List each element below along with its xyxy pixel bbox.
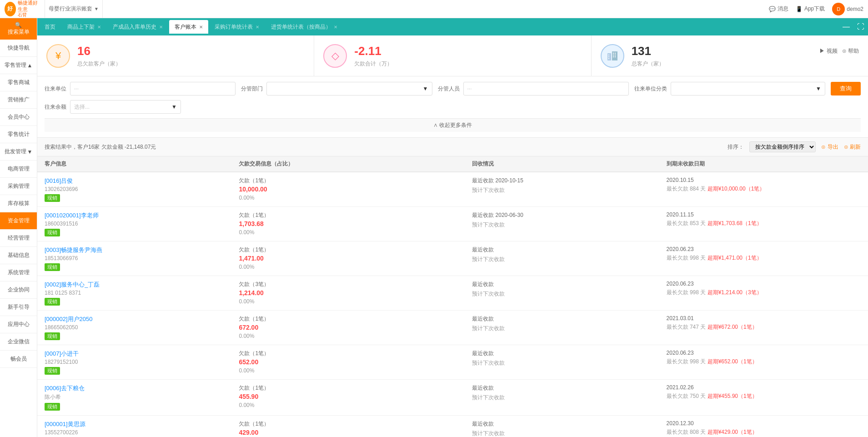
sidebar-item-guide[interactable]: 新手引导 [0,299,37,316]
from-unit-dots: ··· [74,85,79,92]
tab-close-customer-account[interactable]: ✕ [199,25,203,30]
debt-count-c6: 欠款（1笔） [239,350,472,357]
sidebar-item-operations[interactable]: 经营管理 [0,230,37,247]
industry-arrow-icon: ▼ [94,6,99,11]
from-unit-input[interactable]: ··· [70,82,236,95]
balance-select[interactable]: 选择... ▼ [70,100,181,114]
recovery-date-c5: 最近收款 [472,315,666,323]
filter-row-2: 往来余额 选择... ▼ [45,100,181,114]
tab-customer-account[interactable]: 客户账本 ✕ [169,20,208,34]
sort-select[interactable]: 按欠款金额倒序排序 [749,141,816,152]
table-row: [0002]服务中心_丁磊 181 0125 8371 现销 欠款（3笔） 1,… [37,276,868,311]
recovery-c7: 最近收款 预计下次收款 [472,384,666,402]
customer-tag-c5: 现销 [45,332,60,340]
from-unit-label: 往来单位 [45,85,66,93]
customer-phone-c3: 18513066976 [45,255,239,261]
sidebar-item-wechat[interactable]: 企业微信 [0,333,37,351]
svg-rect-4 [608,58,609,59]
search-button[interactable]: 查询 [831,82,861,95]
sidebar-item-enterprise[interactable]: 企业协同 [0,281,37,299]
customer-name-c3[interactable]: [0003]畅捷服务尹海燕 [45,246,239,254]
unit-type-select[interactable]: ▼ [671,82,825,95]
customer-name-c2[interactable]: [0001020001]李老师 [45,211,239,220]
due-date-c4: 2020.06.23 [667,281,861,287]
sidebar-item-retail-store[interactable]: 零售商城 [0,74,37,91]
sidebar-item-inventory[interactable]: 库存核算 [0,195,37,212]
sidebar-item-quick-nav[interactable]: 快捷导航 [0,40,37,57]
sidebar-item-member[interactable]: 会员中心 [0,109,37,126]
results-summary: 搜索结果中，客户16家 欠款金额 -21,148.07元 [45,143,156,151]
stat-debt-amount-label: 欠款合计（万） [354,60,392,68]
sidebar-item-finance[interactable]: 资金管理 [0,212,37,230]
sidebar-item-app-center[interactable]: 应用中心 [0,316,37,333]
overdue-link-c3[interactable]: 超期¥1,471.00（1笔） [707,255,762,261]
help-btn[interactable]: ⊙ 帮助 [842,47,859,55]
customer-name-c7[interactable]: [0006]去下粮仓 [45,384,239,392]
overdue-link-c4[interactable]: 超期¥1,214.00（3笔） [707,289,762,296]
stat-debt-customers: ¥ 16 总欠款客户（家） [37,35,314,76]
collapse-button[interactable]: ∧ 收起更多条件 [45,118,861,132]
tab-close-production-history[interactable]: ✕ [159,25,163,30]
tab-purchase-order[interactable]: 采购订单统计表 ✕ [209,20,265,34]
help-icon: ⊙ [842,48,847,54]
customer-name-c8[interactable]: [000001]黄思源 [45,420,239,428]
sidebar-item-marketing[interactable]: 营销推广 [0,91,37,109]
results-bar-right: 排序： 按欠款金额倒序排序 ⊙ 导出 ⊙ 刷新 [728,141,861,152]
message-btn[interactable]: 💬 消息 [769,5,788,13]
export-button[interactable]: ⊙ 导出 [821,143,838,151]
overdue-link-c2[interactable]: 超期¥1,703.68（1笔） [707,220,762,226]
recovery-next-c5: 预计下次收款 [472,325,666,332]
app-download-btn[interactable]: 📱 App下载 [796,5,825,13]
person-input[interactable]: ··· [463,82,629,95]
sidebar-item-batch-mgmt[interactable]: 批发管理 ▼ [0,143,37,161]
debt-count-c2: 欠款（1笔） [239,211,472,219]
recovery-next-c2: 预计下次收款 [472,221,666,229]
logo-icon: 好 [5,2,16,16]
tab-close-purchase-order[interactable]: ✕ [256,25,259,30]
overdue-link-c5[interactable]: 超期¥672.00（1笔） [707,324,758,330]
tab-stock-stats[interactable]: 进货单统计表（按商品） ✕ [266,20,343,34]
industry-selector[interactable]: 母婴行业演示账套 ▼ [45,0,103,18]
diamond-icon: ◇ [331,50,339,62]
due-c1: 2020.10.15 最长欠款 884 天 超期¥10,000.00（1笔） [667,177,861,193]
tab-product-publish[interactable]: 商品上下架 ✕ [62,20,106,34]
debt-percent-c3: 0.00% [239,264,472,270]
top-bar: 好 畅捷通好生意 石臂 母婴行业演示账套 ▼ 💬 消息 📱 App下载 D de… [0,0,868,18]
stat-help-area: ▶ 视频 ⊙ 帮助 [819,47,859,55]
tab-maximize-btn[interactable]: ⛶ [855,21,866,33]
recovery-date-c8: 最近收款 [472,420,666,428]
dept-select[interactable]: ▼ [266,82,432,95]
refresh-button[interactable]: ⊙ 刷新 [844,143,861,151]
customer-name-c5[interactable]: [000002]用户2050 [45,315,239,323]
due-days-c2: 最长欠款 853 天 超期¥1,703.68（1笔） [667,220,861,227]
overdue-link-c8[interactable]: 超期¥429.00（1笔） [707,429,758,435]
sidebar-item-purchase[interactable]: 采购管理 [0,178,37,195]
svg-rect-6 [615,53,616,54]
sidebar-item-basic-info[interactable]: 基础信息 [0,247,37,264]
sidebar-search[interactable]: 🔍 搜索菜单 [0,18,37,40]
overdue-link-c6[interactable]: 超期¥652.00（1笔） [707,358,758,365]
svg-rect-8 [615,55,616,55]
tab-minimize-btn[interactable]: — [841,21,852,33]
customer-name-c4[interactable]: [0002]服务中心_丁磊 [45,281,239,289]
overdue-link-c7[interactable]: 超期¥455.90（1笔） [707,393,758,399]
recovery-next-c6: 预计下次收款 [472,359,666,367]
svg-rect-2 [608,55,609,55]
sidebar-item-member2[interactable]: 畅会员 [0,351,37,368]
tab-home[interactable]: 首页 [39,20,61,34]
table-row: [000001]黄思源 13552700226 现销 欠款（1笔） 429.00… [37,416,868,437]
table-row: [0003]畅捷服务尹海燕 18513066976 现销 欠款（1笔） 1,47… [37,241,868,276]
tab-close-stock-stats[interactable]: ✕ [334,25,337,30]
sidebar-item-retail-mgmt[interactable]: 零售管理 ▲ [0,57,37,74]
view-btn[interactable]: ▶ 视频 [819,47,837,55]
customer-phone-c4: 181 0125 8371 [45,290,239,296]
sidebar-item-system[interactable]: 系统管理 [0,264,37,281]
customer-name-c1[interactable]: [0016]吕俊 [45,177,239,185]
overdue-link-c1[interactable]: 超期¥10,000.00（1笔） [707,186,765,192]
tab-close-product-publish[interactable]: ✕ [97,25,101,30]
sidebar-item-ecommerce[interactable]: 电商管理 [0,161,37,178]
user-profile[interactable]: D demo2 [832,3,863,15]
sidebar-item-retail-stats[interactable]: 零售统计 [0,126,37,143]
tab-production-history[interactable]: 产成品入库单历史 ✕ [107,20,168,34]
customer-name-c6[interactable]: [0007]小进干 [45,350,239,358]
